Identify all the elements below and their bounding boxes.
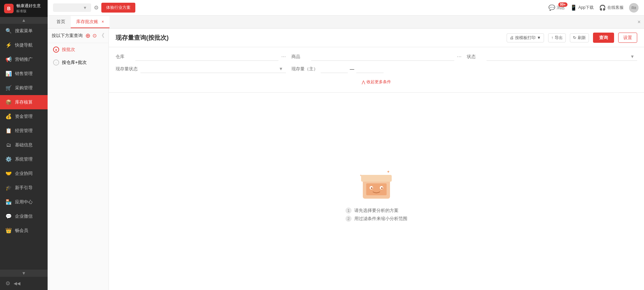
sidebar-item-enterprise-wechat[interactable]: 💬 企业微信	[0, 209, 48, 223]
left-panel-title: 按以下方案查询	[52, 33, 83, 39]
sidebar-item-marketing[interactable]: 📢 营销推广	[0, 52, 48, 67]
online-service-label: 在线客服	[607, 5, 624, 11]
sidebar-item-system[interactable]: ⚙️ 系统管理	[0, 152, 48, 166]
print-btn[interactable]: 🖨 按模板打印 ▼	[507, 33, 544, 42]
warehouse-input[interactable]	[135, 53, 278, 61]
print-icon: 🖨	[510, 35, 514, 40]
stock-status-select[interactable]: ▼	[140, 65, 286, 73]
svg-text:✦: ✦	[359, 174, 362, 177]
settings-icon[interactable]: ⚙	[5, 280, 10, 287]
filter-area: 仓库 ··· 商品 ··· 状态 ▼	[109, 47, 644, 93]
experience-btn[interactable]: 体验行业方案	[101, 3, 135, 13]
left-panel: 按以下方案查询 ⊕ ⊙ 《 ● 按批次 ○ 按仓库+批次	[48, 29, 109, 290]
goods-more-icon[interactable]: ···	[457, 54, 461, 60]
empty-state: ✦ ✦ ✦ 1 请先选择要分析的方案 2 用过滤条件来缩小分析范围	[109, 93, 644, 290]
sidebar-item-inventory[interactable]: 📦 库存核算	[0, 95, 48, 109]
range-separator: —	[350, 67, 354, 72]
settings-btn[interactable]: 设置	[618, 33, 637, 43]
print-arrow-icon: ▼	[537, 35, 541, 40]
scroll-down-btn[interactable]: ▼	[0, 270, 48, 276]
app-download-btn[interactable]: 📱 App下载	[570, 4, 594, 11]
sidebar-item-quick-nav[interactable]: ⚡ 快捷导航	[0, 38, 48, 52]
money-icon: 💰	[5, 113, 12, 120]
plan-item-by-warehouse-batch[interactable]: ○ 按仓库+批次	[48, 56, 108, 69]
tab-inventory-batch-label: 库存批次账	[76, 19, 98, 24]
app-logo: B	[4, 4, 14, 13]
query-btn[interactable]: 查询	[593, 33, 614, 43]
sidebar-item-label: 快捷导航	[15, 42, 33, 48]
filter-row-1: 仓库 ··· 商品 ··· 状态 ▼	[116, 53, 637, 61]
tab-inventory-batch[interactable]: 库存批次账 ×	[71, 16, 109, 28]
hint-number-1: 1	[345, 207, 352, 214]
sidebar-item-label: 资金管理	[15, 113, 33, 120]
topbar-left: ▼ ⚙ 体验行业方案	[53, 3, 545, 13]
settings-plan-icon[interactable]: ⊙	[92, 33, 97, 39]
add-plan-icon[interactable]: ⊕	[85, 32, 90, 39]
sidebar-item-label: 采购管理	[15, 85, 33, 91]
stock-qty-min-input[interactable]	[321, 65, 348, 73]
sidebar-item-app-center[interactable]: 🏪 应用中心	[0, 195, 48, 209]
collapse-more-btn[interactable]: ⋀ 收起更多条件	[116, 77, 637, 87]
plan-active-icon: ●	[53, 47, 59, 53]
sidebar-item-newbie[interactable]: 🎓 新手引导	[0, 181, 48, 195]
sidebar-item-label: 搜索菜单	[15, 28, 33, 34]
print-label: 按模板打印	[515, 35, 536, 41]
scroll-up-btn[interactable]: ▲	[0, 17, 48, 24]
sidebar-bottom-icon[interactable]: ◀◀	[14, 281, 20, 286]
folder-icon: 🗂	[5, 142, 12, 148]
cart-icon: 🛒	[5, 85, 12, 91]
store-icon: 🏪	[5, 199, 12, 205]
empty-svg: ✦ ✦ ✦	[356, 161, 397, 202]
crown-icon: 👑	[5, 228, 12, 234]
export-icon: ↑	[551, 35, 553, 40]
svg-point-6	[381, 187, 383, 189]
goods-input[interactable]	[311, 53, 454, 61]
user-avatar[interactable]: Rit	[629, 3, 639, 13]
search-icon: 🔍	[5, 28, 12, 34]
plan-label: 按仓库+批次	[62, 59, 87, 66]
graduation-icon: 🎓	[5, 185, 12, 191]
warehouse-label: 仓库	[116, 54, 133, 60]
handshake-icon: 🤝	[5, 170, 12, 177]
online-service-btn[interactable]: 🎧 在线客服	[599, 4, 624, 11]
sidebar-item-label: 新手引导	[15, 185, 33, 191]
tabbar-close-btn[interactable]: ×	[638, 19, 641, 25]
tab-close-btn[interactable]: ×	[102, 19, 104, 24]
export-label: 导出	[555, 35, 563, 41]
sidebar-item-basic-info[interactable]: 🗂 基础信息	[0, 138, 48, 152]
avatar-circle: Rit	[629, 3, 639, 13]
refresh-label: 刷新	[578, 35, 586, 41]
title-actions: 🖨 按模板打印 ▼ ↑ 导出 ↻ 刷新 查询 设置	[507, 33, 637, 43]
stock-qty-max-input[interactable]	[356, 65, 384, 73]
status-select[interactable]: ▼	[487, 53, 637, 61]
tab-home[interactable]: 首页	[51, 16, 71, 28]
message-badge: 99+	[558, 2, 567, 7]
topbar-gear-icon[interactable]: ⚙	[94, 4, 99, 11]
sidebar-item-enterprise[interactable]: 🤝 企业协同	[0, 166, 48, 181]
sidebar-item-label: 应用中心	[15, 199, 33, 205]
topbar: ▼ ⚙ 体验行业方案 💬 消息 99+ 📱 App下载 🎧 在线客服 Rit	[48, 0, 644, 16]
tabbar: 首页 库存批次账 × ×	[48, 16, 644, 29]
chart-icon: 📊	[5, 71, 12, 77]
sidebar-item-finance[interactable]: 💰 资金管理	[0, 109, 48, 124]
sidebar-item-sales[interactable]: 📊 销售管理	[0, 67, 48, 81]
status-label: 状态	[467, 54, 484, 60]
breadcrumb[interactable]: ▼	[53, 3, 91, 12]
box-icon: 📦	[5, 99, 12, 105]
warehouse-more-icon[interactable]: ···	[281, 54, 286, 60]
sidebar-item-search[interactable]: 🔍 搜索菜单	[0, 24, 48, 38]
status-select-arrow: ▼	[630, 54, 634, 59]
sidebar-item-member[interactable]: 👑 畅会员	[0, 223, 48, 238]
plan-item-by-batch[interactable]: ● 按批次	[48, 43, 108, 56]
left-panel-actions: ⊕ ⊙ 《	[85, 32, 104, 39]
refresh-btn[interactable]: ↻ 刷新	[570, 33, 589, 42]
export-btn[interactable]: ↑ 导出	[548, 33, 566, 42]
svg-point-5	[371, 187, 373, 189]
sidebar-item-operation[interactable]: 📋 经营管理	[0, 124, 48, 138]
sidebar-item-purchase[interactable]: 🛒 采购管理	[0, 81, 48, 95]
message-icon: 💬	[548, 4, 555, 11]
topbar-right: 💬 消息 99+ 📱 App下载 🎧 在线客服 Rit	[548, 3, 639, 13]
wechat-icon: 💬	[5, 213, 12, 219]
message-btn[interactable]: 💬 消息 99+	[548, 4, 565, 11]
collapse-left-icon[interactable]: 《	[99, 32, 104, 39]
